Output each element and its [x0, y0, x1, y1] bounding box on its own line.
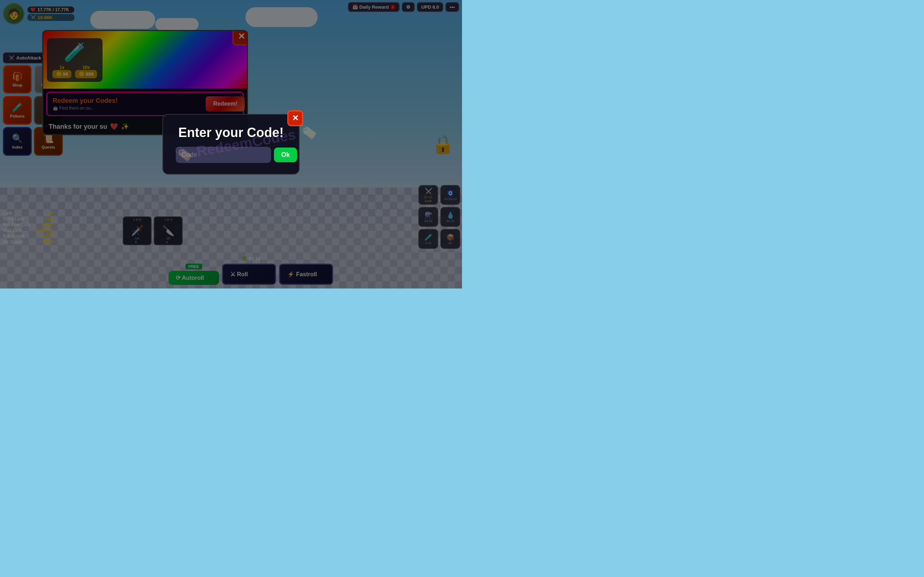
code-ok-button[interactable]: Ok: [274, 148, 297, 162]
code-dialog: ✕ 🏷️ RedeemCodes 🏷️ Enter your Code! Ok: [162, 114, 300, 175]
code-input[interactable]: [176, 147, 271, 163]
code-input-row: Ok: [176, 147, 286, 163]
close-label: ✕: [292, 114, 299, 123]
code-dialog-overlay: ✕ 🏷️ RedeemCodes 🏷️ Enter your Code! Ok: [0, 0, 462, 288]
code-dialog-close-button[interactable]: ✕: [287, 110, 303, 126]
code-dialog-title: Enter your Code!: [176, 126, 286, 140]
ok-label: Ok: [281, 151, 290, 158]
